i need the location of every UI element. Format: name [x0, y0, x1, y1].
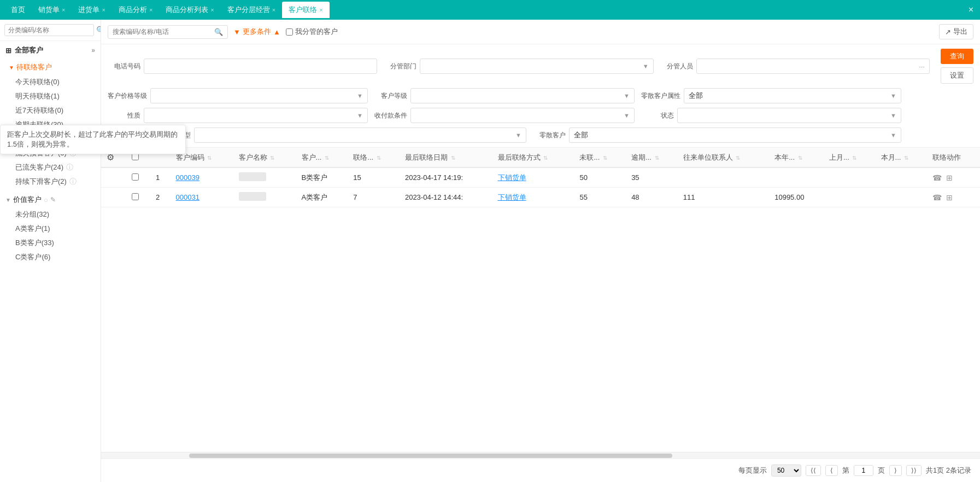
- chevron-down-icon-nature: ▼: [357, 112, 363, 119]
- col-action: 联络动作: [927, 148, 980, 167]
- filter-phone-input[interactable]: [144, 59, 377, 74]
- row2-phone-icon[interactable]: ☎: [932, 193, 942, 202]
- filter-price-level-select[interactable]: ▼: [150, 88, 368, 103]
- nav-tab-customer-segment[interactable]: 客户分层经营 ×: [221, 2, 282, 18]
- last-page-button[interactable]: ⟩⟩: [906, 465, 922, 476]
- row2-name[interactable]: [233, 188, 296, 207]
- row1-name[interactable]: [233, 167, 296, 188]
- main-search-input[interactable]: [113, 28, 211, 36]
- close-all-tabs-button[interactable]: ×: [969, 5, 973, 15]
- close-sales-tab-icon[interactable]: ×: [62, 7, 65, 13]
- row1-grid-icon[interactable]: ⊞: [946, 173, 953, 182]
- row2-last-method[interactable]: 下销货单: [492, 188, 574, 207]
- main-search-icon[interactable]: 🔍: [214, 28, 223, 36]
- filter-row-1: 电话号码 分管部门 ▼ 分管人员 ··· 查询 设置: [108, 49, 973, 84]
- col-this-year[interactable]: 本年... ⇅: [769, 148, 824, 167]
- filter-manager-select[interactable]: ···: [696, 59, 930, 74]
- filter-scattered-attr-select[interactable]: 全部▼: [684, 88, 901, 103]
- close-customer-contact-tab-icon[interactable]: ×: [319, 7, 322, 13]
- sidebar-item-a-class[interactable]: A类客户(1): [0, 222, 101, 236]
- sort-type-icon: ⇅: [325, 155, 329, 161]
- sidebar-item-churned[interactable]: 已流失客户(24) ⓘ: [0, 160, 101, 175]
- nav-tab-purchase[interactable]: 进货单 ×: [72, 2, 112, 18]
- filter-payment-terms-select[interactable]: ▼: [410, 108, 635, 123]
- row1-code[interactable]: 000039: [171, 167, 233, 188]
- row2-code[interactable]: 000031: [171, 188, 233, 207]
- sidebar-pending-section[interactable]: ▼ 待联络客户: [0, 60, 101, 75]
- sidebar-item-today[interactable]: 今天待联络(0): [0, 75, 101, 89]
- per-page-select[interactable]: 50 100 200: [771, 464, 801, 477]
- row2-grid-icon[interactable]: ⊞: [946, 193, 953, 202]
- filter-department-select[interactable]: ▼: [420, 59, 653, 74]
- filter-status-select[interactable]: ▼: [677, 108, 901, 123]
- row1-year: [769, 167, 824, 188]
- sidebar-item-declining[interactable]: 持续下滑客户(2) ⓘ: [0, 175, 101, 189]
- chevron-down-icon-scattered2: ▼: [890, 132, 896, 138]
- close-product-analysis-tab-icon[interactable]: ×: [149, 7, 152, 13]
- more-conditions-button[interactable]: ▼ 更多条件 ▲: [233, 27, 280, 37]
- arrow-down-icon: ▼: [9, 65, 14, 71]
- first-page-button[interactable]: ⟨⟨: [806, 465, 821, 476]
- row1-select-checkbox[interactable]: [132, 173, 139, 181]
- my-customer-checkbox[interactable]: [286, 28, 293, 36]
- col-type[interactable]: 客户... ⇅: [296, 148, 348, 167]
- filter-scattered-customer-label: 零散客户: [533, 131, 566, 140]
- chevron-down-icon-ctype: ▼: [515, 132, 521, 138]
- total-label: 共1页 2条记录: [926, 466, 971, 475]
- circle-icon: ○: [44, 196, 48, 204]
- col-last-date[interactable]: 最后联络日期 ⇅: [400, 148, 492, 167]
- row2-method-link[interactable]: 下销货单: [498, 193, 526, 201]
- next-page-button[interactable]: ⟩: [889, 465, 902, 476]
- nav-tab-product-list[interactable]: 商品分析列表 ×: [159, 2, 220, 18]
- close-product-list-tab-icon[interactable]: ×: [210, 7, 214, 13]
- row2-code-link[interactable]: 000031: [176, 193, 199, 201]
- sidebar-item-c-class[interactable]: C类客户(6): [0, 250, 101, 264]
- row1-code-link[interactable]: 000039: [176, 173, 199, 182]
- row2-select-checkbox[interactable]: [132, 193, 139, 200]
- nav-tab-home[interactable]: 首页: [4, 2, 32, 18]
- export-button[interactable]: ↗ 导出: [939, 24, 973, 39]
- edit-icon[interactable]: ✎: [50, 196, 56, 204]
- sidebar-search-input[interactable]: [4, 24, 94, 36]
- close-customer-segment-tab-icon[interactable]: ×: [272, 7, 275, 13]
- col-name[interactable]: 客户名称 ⇅: [233, 148, 296, 167]
- col-contact[interactable]: 联络... ⇅: [348, 148, 400, 167]
- sidebar-item-7days[interactable]: 近7天待联络(0): [0, 103, 101, 118]
- sidebar-item-b-class[interactable]: B类客户(33): [0, 236, 101, 250]
- sidebar-value-section[interactable]: ▼ 价值客户 ○ ✎: [0, 192, 101, 207]
- row1-last-method[interactable]: 下销货单: [492, 167, 574, 188]
- sidebar-item-tomorrow[interactable]: 明天待联络(1): [0, 89, 101, 103]
- filter-icon: ▼: [233, 28, 240, 36]
- horizontal-scrollbar[interactable]: [101, 452, 980, 458]
- query-button[interactable]: 查询: [941, 49, 973, 64]
- filter-customer-type-select[interactable]: ▼: [194, 127, 526, 143]
- filter-nature: 性质 ▼: [108, 108, 368, 123]
- row1-lastmonth: [824, 167, 876, 188]
- nav-tab-sales[interactable]: 销货单 ×: [32, 2, 72, 18]
- filter-customer-level-select[interactable]: ▼: [410, 88, 635, 103]
- nav-tab-product-analysis[interactable]: 商品分析 ×: [112, 2, 159, 18]
- filter-scattered-customer-select[interactable]: 全部▼: [569, 127, 901, 143]
- sidebar-all-customers[interactable]: ⊞ 全部客户 »: [0, 41, 101, 60]
- filter-customer-level-label: 客户等级: [374, 91, 407, 101]
- col-overdue[interactable]: 逾期... ⇅: [626, 148, 678, 167]
- filter-nature-select[interactable]: ▼: [144, 108, 368, 123]
- row1-phone-icon[interactable]: ☎: [932, 173, 942, 182]
- page-label: 第: [842, 466, 849, 475]
- scrollbar-thumb[interactable]: [189, 454, 672, 458]
- sidebar-item-ungroups[interactable]: 未分组(32): [0, 207, 101, 222]
- prev-page-button[interactable]: ⟨: [825, 465, 838, 476]
- col-last-method[interactable]: 最后联络方式 ⇅: [492, 148, 574, 167]
- sidebar-collapse-icon[interactable]: »: [91, 47, 95, 54]
- col-un-contact[interactable]: 未联... ⇅: [574, 148, 626, 167]
- col-last-month[interactable]: 上月... ⇅: [824, 148, 876, 167]
- row1-method-link[interactable]: 下销货单: [498, 173, 526, 182]
- page-number-input[interactable]: [854, 465, 873, 476]
- sidebar-search-icon[interactable]: 🔍: [96, 26, 101, 34]
- col-this-month[interactable]: 本月... ⇅: [876, 148, 928, 167]
- col-partner-contact[interactable]: 往来单位联系人 ⇅: [678, 148, 769, 167]
- nav-tab-customer-contact[interactable]: 客户联络 ×: [282, 2, 329, 18]
- close-purchase-tab-icon[interactable]: ×: [102, 7, 105, 13]
- set-button[interactable]: 设置: [941, 67, 973, 84]
- customer-table: ⚙ 客户编码 ⇅ 客户名称 ⇅: [101, 148, 980, 207]
